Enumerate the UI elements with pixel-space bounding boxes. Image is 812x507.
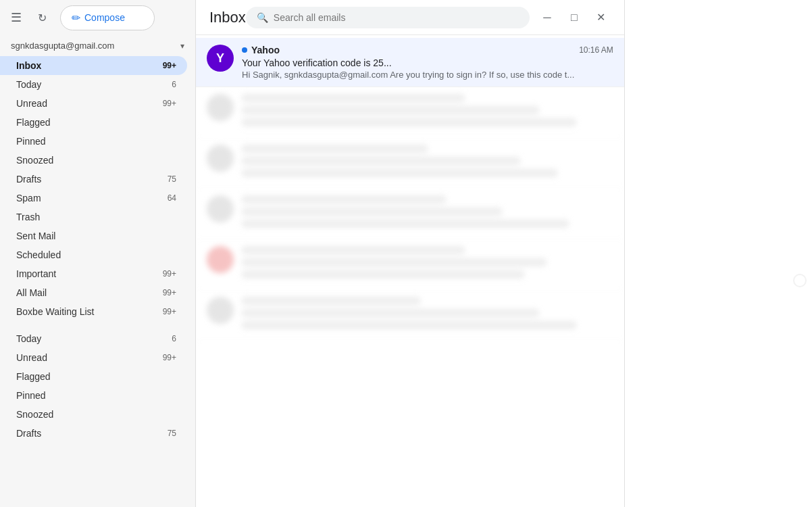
sidebar-items-primary: Inbox99+Today6Unread99+FlaggedPinnedSnoo… — [0, 56, 195, 321]
email-header: Yahoo 10:16 AM — [242, 45, 613, 55]
blur-line — [242, 94, 465, 102]
sidebar-item-badge: 6 — [172, 334, 176, 343]
sidebar-item-pinned2[interactable]: Pinned — [0, 386, 187, 405]
topbar-left: Inbox — [209, 9, 246, 26]
sidebar-top: ☰ ↻ ✏ Compose — [0, 0, 195, 35]
sidebar-item-label: Drafts — [16, 174, 41, 185]
empty-icons: + + — [773, 199, 812, 308]
sidebar-item-spam[interactable]: Spam64 — [0, 189, 187, 208]
sidebar-item-important[interactable]: Important99+ — [0, 264, 187, 283]
email-item-blurred — [196, 189, 624, 239]
sidebar-item-drafts2[interactable]: Drafts75 — [0, 424, 187, 443]
chevron-down-icon: ▾ — [180, 41, 184, 51]
sidebar-item-unread2[interactable]: Unread99+ — [0, 348, 187, 367]
avatar-blurred — [207, 145, 234, 172]
menu-icon[interactable]: ☰ — [8, 7, 24, 28]
account-row[interactable]: sgnkdasgupta@gmail.com ▾ — [0, 35, 195, 56]
sidebar-item-badge: 6 — [172, 80, 176, 89]
sidebar-item-today2[interactable]: Today6 — [0, 329, 187, 348]
blur-content — [242, 195, 613, 232]
empty-state: + + — [773, 199, 812, 308]
sidebar-item-label: All Mail — [16, 287, 47, 298]
sidebar-item-trash[interactable]: Trash — [0, 208, 187, 226]
sidebar-item-label: Unread — [16, 98, 47, 109]
blur-content — [242, 297, 613, 333]
sidebar-item-badge: 99+ — [163, 99, 176, 108]
sidebar-item-label: Flagged — [16, 371, 51, 382]
blur-line — [242, 309, 539, 317]
sidebar-item-boxbe[interactable]: Boxbe Waiting List99+ — [0, 302, 187, 321]
blur-line — [242, 118, 576, 126]
sidebar-item-label: Today — [16, 333, 41, 344]
sidebar-item-label: Snoozed — [16, 409, 53, 420]
compose-pencil-icon: ✏ — [72, 11, 80, 24]
sidebar-item-flagged[interactable]: Flagged — [0, 113, 187, 132]
unread-dot — [242, 47, 247, 53]
sidebar-items-secondary: Today6Unread99+FlaggedPinnedSnoozedDraft… — [0, 329, 195, 443]
avatar-blurred — [207, 246, 234, 273]
sidebar-item-pinned[interactable]: Pinned — [0, 132, 187, 151]
sidebar-item-badge: 75 — [168, 429, 176, 438]
blur-line — [242, 145, 428, 153]
sidebar-item-snoozed2[interactable]: Snoozed — [0, 405, 187, 424]
sidebar-item-snoozed[interactable]: Snoozed — [0, 151, 187, 170]
sidebar-item-label: Pinned — [16, 390, 46, 401]
email-item-blurred — [196, 138, 624, 189]
sidebar-item-drafts[interactable]: Drafts75 — [0, 170, 187, 189]
sidebar-item-label: Important — [16, 268, 56, 279]
email-content: Yahoo 10:16 AM Your Yahoo verification c… — [242, 45, 613, 80]
sidebar-item-badge: 99+ — [163, 288, 176, 297]
email-time: 10:16 AM — [579, 45, 613, 55]
email-item[interactable]: Y Yahoo 10:16 AM Your Yahoo verification… — [196, 38, 624, 87]
maximize-button[interactable]: □ — [565, 8, 584, 27]
sidebar-item-label: Pinned — [16, 136, 46, 147]
sidebar-divider — [0, 321, 195, 329]
blur-line — [242, 106, 539, 114]
blur-line — [242, 169, 557, 177]
refresh-icon[interactable]: ↻ — [35, 9, 49, 27]
sidebar-item-label: Scheduled — [16, 249, 61, 260]
sidebar-item-label: Drafts — [16, 428, 41, 439]
blur-line — [242, 258, 547, 266]
email-list: Y Yahoo 10:16 AM Your Yahoo verification… — [196, 35, 624, 507]
topbar: Inbox 🔍 ─ □ ✕ — [196, 0, 624, 35]
blur-line — [242, 157, 520, 165]
sidebar-item-label: Flagged — [16, 117, 51, 128]
sidebar-item-label: Unread — [16, 352, 47, 363]
sidebar-item-label: Boxbe Waiting List — [16, 306, 94, 317]
sidebar-item-sent[interactable]: Sent Mail — [0, 226, 187, 245]
blur-line — [242, 321, 576, 329]
sidebar-item-unread[interactable]: Unread99+ — [0, 94, 187, 113]
sidebar-item-today[interactable]: Today6 — [0, 75, 187, 94]
minimize-button[interactable]: ─ — [538, 8, 557, 27]
search-bar: 🔍 — [246, 7, 530, 28]
blur-line — [242, 195, 446, 203]
avatar-blurred — [207, 297, 234, 324]
search-icon: 🔍 — [257, 12, 268, 23]
sidebar-item-scheduled[interactable]: Scheduled — [0, 245, 187, 264]
sidebar-item-allmail[interactable]: All Mail99+ — [0, 283, 187, 302]
avatar-blurred — [207, 94, 234, 121]
sidebar-item-badge: 99+ — [163, 307, 176, 316]
close-button[interactable]: ✕ — [592, 8, 611, 27]
sidebar: ☰ ↻ ✏ Compose sgnkdasgupta@gmail.com ▾ I… — [0, 0, 196, 507]
sidebar-item-flagged2[interactable]: Flagged — [0, 367, 187, 386]
sidebar-item-label: Today — [16, 79, 41, 90]
sidebar-item-label: Snoozed — [16, 155, 53, 166]
blur-line — [242, 220, 569, 228]
email-item-blurred — [196, 239, 624, 290]
compose-button[interactable]: ✏ Compose — [60, 5, 155, 30]
search-input[interactable] — [274, 12, 519, 23]
sidebar-item-badge: 99+ — [163, 353, 176, 362]
email-preview: Hi Sagnik, sgnkdasgupta@gmail.com Are yo… — [242, 70, 613, 80]
right-panel: + + — [624, 0, 812, 507]
sidebar-item-label: Sent Mail — [16, 231, 55, 241]
account-email: sgnkdasgupta@gmail.com — [11, 41, 114, 51]
sidebar-item-inbox[interactable]: Inbox99+ — [0, 56, 187, 75]
blur-line — [242, 270, 524, 279]
email-item-blurred — [196, 290, 624, 341]
sender-wrap: Yahoo — [242, 45, 280, 55]
decorative-circle — [793, 274, 807, 287]
blur-content — [242, 246, 613, 283]
email-item-blurred — [196, 87, 624, 138]
